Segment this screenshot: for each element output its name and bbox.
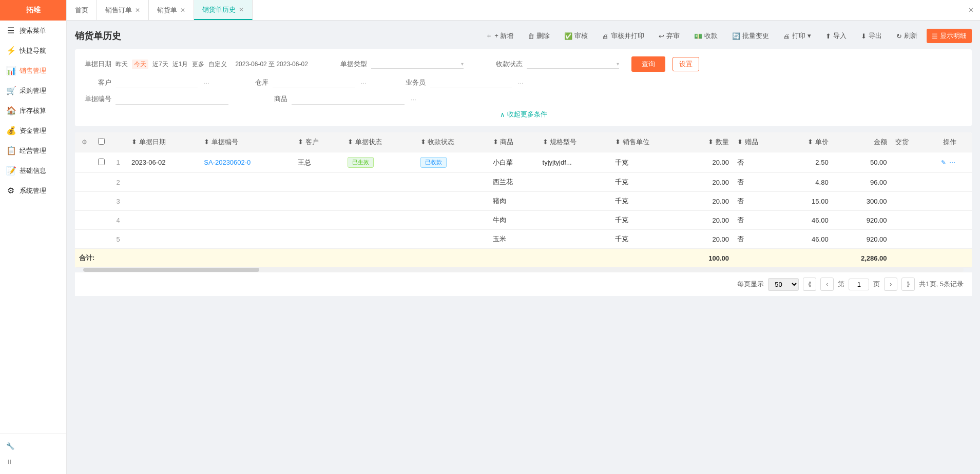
show-detail-button[interactable]: ☰ 显示明细 <box>927 29 972 43</box>
per-page-select[interactable]: 50 100 200 <box>768 278 799 291</box>
tab-sales-history[interactable]: 销货单历史 ✕ <box>194 0 253 20</box>
row-amount: 920.00 <box>833 211 891 230</box>
salesman-dots[interactable]: ··· <box>518 79 524 87</box>
date-7days[interactable]: 近7天 <box>152 60 168 69</box>
col-spec[interactable]: ⬍ 规格型号 <box>539 132 611 152</box>
filter-docno-input[interactable] <box>116 93 228 105</box>
col-checkbox <box>93 132 109 152</box>
doc-no-link[interactable]: SA-20230602-0 <box>204 159 251 166</box>
sidebar-item-stock-calc[interactable]: 🏠 库存核算 <box>0 101 66 121</box>
tab-sales-order[interactable]: 销售订单 ✕ <box>97 0 149 20</box>
row-checkbox[interactable] <box>98 159 105 165</box>
audit-button[interactable]: ✅ 审核 <box>559 29 593 43</box>
customer-dots[interactable]: ··· <box>204 79 209 87</box>
sidebar-settings-btn[interactable]: 🔧 <box>0 438 66 454</box>
batch-change-button[interactable]: 🔄 批量变更 <box>727 29 774 43</box>
tab-sales-order-close[interactable]: ✕ <box>135 7 140 14</box>
col-settings[interactable]: ⚙ <box>75 132 93 152</box>
row-checkbox-cell <box>93 152 109 173</box>
col-customer[interactable]: ⬍ 客户 <box>294 132 343 152</box>
filter-pay-status-item: 收款状态 ▾ 查询 设置 <box>494 56 699 72</box>
date-shortcuts: 昨天 今天 近7天 近1月 更多 自定义 <box>116 60 227 69</box>
last-page-btn[interactable]: ⟫ <box>901 278 915 291</box>
tab-sales-delivery-close[interactable]: ✕ <box>180 7 185 14</box>
filter-doc-type-label: 单据类型 <box>339 60 367 69</box>
col-quantity[interactable]: ⬍ 数量 <box>683 132 733 152</box>
filter-doc-type-select[interactable]: ▾ <box>371 60 464 69</box>
col-unit-price[interactable]: ⬍ 单价 <box>783 132 833 152</box>
tab-sales-history-label: 销货单历史 <box>202 5 236 14</box>
row-amount: 920.00 <box>833 230 891 249</box>
sidebar-item-sys-mgmt[interactable]: ⚙ 系统管理 <box>0 181 66 201</box>
query-button[interactable]: 查询 <box>631 56 665 72</box>
sidebar-item-base-info[interactable]: 📝 基础信息 <box>0 161 66 181</box>
next-page-btn[interactable]: › <box>884 278 897 291</box>
sidebar-item-finance-mgmt[interactable]: 💰 资金管理 <box>0 121 66 141</box>
base-info-icon: 📝 <box>6 166 15 175</box>
filter-salesman-input[interactable] <box>430 77 512 88</box>
export-button[interactable]: ⬇ 导出 <box>856 29 887 43</box>
col-sales-unit[interactable]: ⬍ 销售单位 <box>611 132 683 152</box>
table-row: 4 牛肉 千克 20.00 否 46.00 920.00 <box>75 211 972 230</box>
refresh-button[interactable]: ↻ 刷新 <box>891 29 923 43</box>
sidebar-item-quick-nav[interactable]: ⚡ 快捷导航 <box>0 41 66 61</box>
table-scrollbar[interactable] <box>83 268 964 272</box>
import-button[interactable]: ⬆ 导入 <box>820 29 852 43</box>
row-settings <box>75 211 93 230</box>
print-button[interactable]: 🖨 打印 ▾ <box>778 29 816 43</box>
row-unit-price: 46.00 <box>783 230 833 249</box>
date-more[interactable]: 更多 <box>192 60 204 69</box>
col-action: 操作 <box>928 132 972 152</box>
row-doc-no <box>200 192 294 211</box>
date-yesterday[interactable]: 昨天 <box>116 60 128 69</box>
show-detail-label: 显示明细 <box>940 31 967 41</box>
prev-page-btn[interactable]: ‹ <box>820 278 834 291</box>
delete-button[interactable]: 🗑 删除 <box>523 29 555 43</box>
action-编辑[interactable]: ✎ <box>941 159 946 166</box>
select-all-checkbox[interactable] <box>98 138 105 145</box>
first-page-btn[interactable]: ⟪ <box>803 278 816 291</box>
date-today[interactable]: 今天 <box>132 60 148 69</box>
filter-customer-input[interactable] <box>116 77 198 88</box>
sidebar-pause-btn[interactable]: ⏸ <box>0 454 66 470</box>
table-body: 1 2023-06-02 SA-20230602-0 王总 已生效 已收款 小白… <box>75 152 972 249</box>
col-doc-no[interactable]: ⬍ 单据编号 <box>200 132 294 152</box>
sidebar-item-purchase-mgmt[interactable]: 🛒 采购管理 <box>0 81 66 101</box>
col-gift[interactable]: ⬍ 赠品 <box>733 132 783 152</box>
abandon-button[interactable]: ↩ 弃审 <box>654 29 685 43</box>
table-scroll-thumb[interactable] <box>83 268 259 272</box>
col-doc-status[interactable]: ⬍ 单据状态 <box>343 132 416 152</box>
audit-label: 审核 <box>574 31 588 41</box>
col-goods-label: ⬍ 商品 <box>493 138 514 146</box>
col-goods[interactable]: ⬍ 商品 <box>489 132 539 152</box>
tab-sales-delivery[interactable]: 销货单 ✕ <box>149 0 194 20</box>
filter-warehouse-input[interactable] <box>273 77 355 88</box>
tab-bar-close-btn[interactable]: ✕ <box>962 0 980 20</box>
filter-docno-item: 单据编号 <box>83 93 228 105</box>
audit-print-button[interactable]: 🖨 审核并打印 <box>597 29 649 43</box>
collapse-filter-btn[interactable]: ∧ 收起更多条件 <box>83 110 964 119</box>
tab-home[interactable]: 首页 <box>67 0 97 20</box>
row-doc-no: SA-20230602-0 <box>200 152 294 173</box>
row-unit-price: 46.00 <box>783 211 833 230</box>
col-doc-date[interactable]: ⬍ 单据日期 <box>127 132 200 152</box>
date-custom[interactable]: 自定义 <box>208 60 227 69</box>
date-1month[interactable]: 近1月 <box>172 60 188 69</box>
action-更多[interactable]: ⋯ <box>949 159 955 166</box>
sidebar-item-sales-mgmt[interactable]: 📊 销售管理 <box>0 61 66 81</box>
warehouse-dots[interactable]: ··· <box>361 79 367 87</box>
new-button[interactable]: ＋ + 新增 <box>481 29 518 43</box>
tab-sales-history-close[interactable]: ✕ <box>239 6 244 13</box>
row-amount: 50.00 <box>833 152 891 173</box>
filter-goods-input[interactable] <box>292 93 405 105</box>
row-amount: 96.00 <box>833 173 891 192</box>
filter-settings-button[interactable]: 设置 <box>672 57 699 71</box>
goods-dots[interactable]: ··· <box>411 95 416 103</box>
col-pay-status[interactable]: ⬍ 收款状态 <box>416 132 489 152</box>
sidebar-item-ops-mgmt[interactable]: 📋 经营管理 <box>0 141 66 161</box>
sidebar-item-search-menu[interactable]: ☰ 搜索菜单 <box>0 21 66 41</box>
page-input[interactable] <box>849 279 869 290</box>
collect-button[interactable]: 💵 收款 <box>689 29 723 43</box>
filter-pay-status-select[interactable]: ▾ <box>527 60 619 69</box>
col-rownum <box>109 132 127 152</box>
